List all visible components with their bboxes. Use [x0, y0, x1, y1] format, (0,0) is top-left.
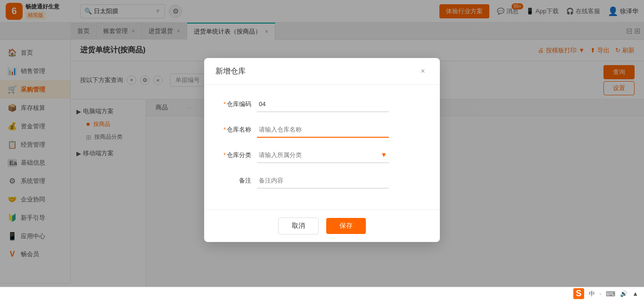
- modal-overlay: 新增仓库 × *仓库编码 *仓库名称: [0, 0, 644, 300]
- category-input[interactable]: [259, 151, 380, 158]
- category-dropdown-icon[interactable]: ▼: [380, 151, 387, 158]
- warehouse-category-select[interactable]: ▼: [257, 147, 389, 163]
- modal-close-button[interactable]: ×: [417, 66, 429, 77]
- new-warehouse-modal: 新增仓库 × *仓库编码 *仓库名称: [204, 58, 440, 242]
- lang-icon: 中: [589, 290, 595, 298]
- warehouse-code-input[interactable]: [257, 96, 389, 112]
- modal-title: 新增仓库: [215, 67, 246, 76]
- arrow-up-icon: ▲: [632, 290, 638, 297]
- s-brand-icon: S: [573, 288, 584, 299]
- sound-status-icon: 🔊: [620, 290, 627, 297]
- bottom-status-bar: S 中 · ⌨ 🔊 ▲: [0, 287, 644, 300]
- form-row-code: *仓库编码: [219, 96, 425, 112]
- modal-header: 新增仓库 ×: [204, 58, 440, 85]
- field-name-label: *仓库名称: [219, 125, 257, 134]
- field-remark-label: 备注: [219, 176, 257, 185]
- keyboard-icon: ⌨: [606, 290, 615, 298]
- form-row-category: *仓库分类 ▼: [219, 147, 425, 163]
- cancel-button[interactable]: 取消: [278, 217, 319, 234]
- close-icon: ×: [421, 67, 425, 75]
- modal-footer: 取消 保存: [204, 209, 440, 242]
- modal-body: *仓库编码 *仓库名称 *仓库分类 ▼: [204, 85, 440, 209]
- form-row-remark: 备注: [219, 173, 425, 189]
- form-row-name: *仓库名称: [219, 122, 425, 138]
- dot-icon: ·: [600, 290, 602, 297]
- warehouse-name-input[interactable]: [257, 122, 389, 138]
- save-button[interactable]: 保存: [326, 218, 366, 234]
- field-category-label: *仓库分类: [219, 151, 257, 159]
- remark-input[interactable]: [257, 173, 389, 189]
- field-code-label: *仓库编码: [219, 100, 257, 108]
